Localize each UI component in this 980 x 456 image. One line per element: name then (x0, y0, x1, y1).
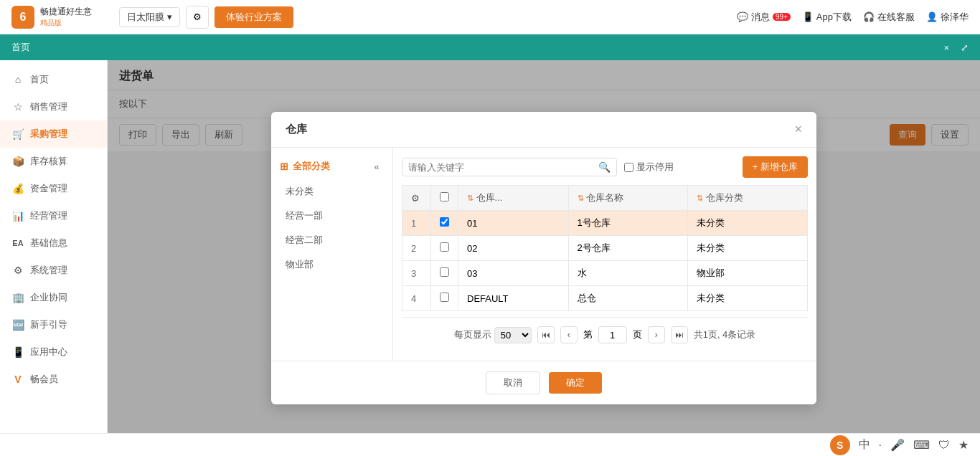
content-area: 进货单 按以下 打印 导出 刷新 查询 设置 仓库 × (108, 60, 980, 456)
first-page-button[interactable]: ⏮ (537, 326, 555, 343)
store-selector[interactable]: 日太阳膜 ▾ (119, 7, 180, 27)
row-category: 物业部 (688, 261, 808, 286)
row-name: 1号仓库 (568, 211, 688, 236)
confirm-button[interactable]: 确定 (549, 372, 602, 394)
page-number-input[interactable] (598, 326, 627, 343)
row-code: 02 (458, 236, 569, 261)
sidebar-item-label: 系统管理 (30, 264, 67, 277)
purchase-icon: 🛒 (11, 128, 24, 141)
sidebar-item-label: 资金管理 (30, 182, 67, 195)
modal-close-button[interactable]: × (794, 122, 802, 137)
row-code: 03 (458, 261, 569, 286)
mic-icon[interactable]: 🎤 (890, 438, 905, 452)
warehouse-modal: 仓库 × ⊞ 全部分类 « 未分类 经营一部 经营二部 (271, 112, 816, 404)
collapse-button[interactable]: « (369, 159, 384, 174)
keyboard-icon[interactable]: ⌨ (913, 438, 930, 452)
gear-button[interactable]: ⚙ (186, 6, 209, 29)
sidebar-item-sales[interactable]: ☆ 销售管理 (0, 93, 107, 120)
table-row[interactable]: 4 DEFAULT 总仓 未分类 (402, 286, 808, 311)
online-service-item[interactable]: 🎧 在线客服 (863, 11, 915, 24)
sidebar-item-label: 首页 (30, 73, 49, 86)
per-page-dropdown[interactable]: 50 10 20 100 (494, 327, 532, 343)
show-disabled-label[interactable]: 显示停用 (624, 161, 674, 174)
row-checkbox[interactable] (440, 293, 449, 302)
category-item-unclassified[interactable]: 未分类 (271, 179, 392, 204)
last-page-button[interactable]: ⏭ (671, 326, 688, 343)
modal-body: ⊞ 全部分类 « 未分类 经营一部 经营二部 物业部 (271, 148, 816, 361)
sidebar-item-app-center[interactable]: 📱 应用中心 (0, 338, 107, 366)
sort-icon: ⇅ (467, 194, 473, 202)
row-checkbox[interactable] (440, 217, 449, 227)
sidebar-item-operations[interactable]: 📊 经营管理 (0, 202, 107, 229)
sidebar-item-guide[interactable]: 🆕 新手引导 (0, 311, 107, 338)
user-avatar[interactable]: 👤 徐泽华 (926, 11, 969, 24)
home-icon: ⌂ (11, 73, 24, 86)
message-icon-item[interactable]: 💬 消息 99+ (737, 11, 791, 24)
row-name: 2号仓库 (568, 236, 688, 261)
sidebar-item-label: 基础信息 (30, 237, 67, 250)
sidebar-item-inventory[interactable]: 📦 库存核算 (0, 148, 107, 175)
sidebar-item-enterprise[interactable]: 🏢 企业协同 (0, 284, 107, 311)
table-header-row: ⚙ ⇅ 仓库... ⇅ (402, 186, 808, 211)
category-item-property[interactable]: 物业部 (271, 252, 392, 277)
sidebar-item-system[interactable]: ⚙ 系统管理 (0, 257, 107, 284)
close-tab-icon[interactable]: × (943, 42, 949, 53)
dot-icon: · (879, 439, 882, 452)
modal-header: 仓库 × (271, 112, 816, 148)
row-name: 水 (568, 261, 688, 286)
operations-icon: 📊 (11, 209, 24, 222)
industry-button[interactable]: 体验行业方案 (215, 6, 293, 28)
table-row[interactable]: 2 02 2号仓库 未分类 (402, 236, 808, 261)
cancel-button[interactable]: 取消 (486, 371, 540, 394)
header-middle: 日太阳膜 ▾ ⚙ 体验行业方案 (119, 6, 737, 29)
prev-page-button[interactable]: ‹ (560, 326, 578, 343)
row-num: 3 (402, 261, 431, 286)
add-warehouse-button[interactable]: + 新增仓库 (743, 156, 808, 178)
row-checkbox[interactable] (440, 242, 449, 252)
category-all-label: 全部分类 (293, 160, 330, 173)
category-item-dept2[interactable]: 经营二部 (271, 228, 392, 252)
table-row[interactable]: 1 01 1号仓库 未分类 (402, 211, 808, 236)
star-icon[interactable]: ★ (958, 438, 969, 452)
modal-overlay: 仓库 × ⊞ 全部分类 « 未分类 经营一部 经营二部 (108, 60, 980, 456)
row-checkbox-cell (431, 261, 458, 286)
sidebar-item-home[interactable]: ⌂ 首页 (0, 66, 107, 93)
app-download-item[interactable]: 📱 App下载 (802, 11, 852, 24)
row-checkbox-cell (431, 286, 458, 311)
logo-icon: 6 (11, 6, 34, 29)
row-checkbox-cell (431, 236, 458, 261)
next-page-button[interactable]: › (648, 326, 665, 343)
show-disabled-checkbox[interactable] (624, 163, 633, 172)
expand-icon[interactable]: ⤢ (961, 42, 969, 53)
shield-icon[interactable]: 🛡 (938, 439, 950, 452)
sidebar-item-basic[interactable]: EA 基础信息 (0, 229, 107, 257)
row-checkbox-cell (431, 211, 458, 236)
col-name-header: ⇅ 仓库名称 (568, 186, 688, 211)
sidebar-item-finance[interactable]: 💰 资金管理 (0, 175, 107, 202)
category-all[interactable]: ⊞ 全部分类 « (271, 153, 392, 179)
zh-icon[interactable]: 中 (859, 437, 870, 452)
modal-title: 仓库 (286, 123, 307, 136)
category-item-dept1[interactable]: 经营一部 (271, 204, 392, 228)
search-icon[interactable]: 🔍 (598, 161, 611, 173)
s-logo: S (830, 435, 850, 455)
finance-icon: 💰 (11, 182, 24, 195)
sidebar-item-member[interactable]: V 畅会员 (0, 366, 107, 393)
col-code-header: ⇅ 仓库... (458, 186, 569, 211)
breadcrumb: 首页 (11, 41, 30, 54)
row-category: 未分类 (688, 286, 808, 311)
select-all-checkbox[interactable] (440, 192, 449, 201)
search-input[interactable] (408, 162, 598, 173)
sub-header-actions: × ⤢ (943, 42, 969, 53)
page-total: 共1页, 4条记录 (694, 328, 756, 341)
table-panel: 🔍 显示停用 + 新增仓库 ⚙ (393, 148, 816, 361)
sidebar-item-purchase[interactable]: 🛒 采购管理 (0, 120, 107, 148)
system-icon: ⚙ (11, 264, 24, 277)
row-code: DEFAULT (458, 286, 569, 311)
table-row[interactable]: 3 03 水 物业部 (402, 261, 808, 286)
row-checkbox[interactable] (440, 267, 449, 277)
message-badge: 99+ (773, 13, 791, 21)
col-settings: ⚙ (402, 186, 431, 211)
logo-area: 6 畅捷通好生意 精品版 (11, 6, 119, 29)
row-code: 01 (458, 211, 569, 236)
